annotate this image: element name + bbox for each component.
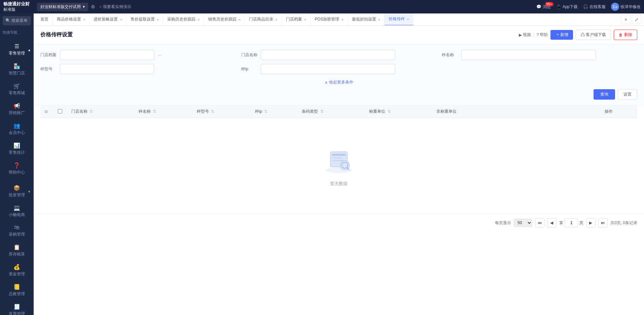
sidebar-item-label: 资金管理: [9, 271, 25, 277]
sidebar-item-label: 采购管理: [9, 232, 25, 237]
last-page-button[interactable]: ⏭: [598, 218, 608, 228]
sidebar-item-wholesale[interactable]: 📦 批发管理 ▼: [0, 181, 34, 201]
tab-min-discount[interactable]: 最低折扣设置 ×: [348, 13, 385, 26]
search-menu-label: 搜索菜单: [11, 18, 28, 23]
tab-pos-encrypt[interactable]: POS加密管理 ×: [311, 13, 348, 26]
tab-close-icon[interactable]: ×: [120, 18, 122, 22]
tab-sale-extract[interactable]: 售价提取设置 ×: [127, 13, 163, 26]
select-all-checkbox[interactable]: [58, 109, 62, 113]
store-file-dots[interactable]: ···: [158, 53, 162, 58]
message-icon: 💬: [536, 4, 541, 9]
empty-text: 暂无数据: [330, 181, 348, 187]
user-name: 徐泽华修改: [620, 4, 641, 10]
user-initials: Ea: [613, 5, 617, 9]
help-links: ▶ 视频 ? 帮助: [519, 32, 548, 38]
tab-close-icon[interactable]: ×: [157, 18, 159, 22]
sidebar-item-purchase[interactable]: 🛍 采购管理: [0, 221, 34, 241]
sort-icon: ⇅: [153, 109, 156, 114]
message-action[interactable]: 💬 消息 99+: [536, 4, 551, 10]
tab-purchase-history[interactable]: 采购历史价跟踪 ×: [163, 13, 204, 26]
main-content: 价格传秤设置 ▶ 视频 ? 帮助: [34, 26, 644, 315]
sidebar-item-retail-stats[interactable]: 📊 零售统计: [0, 139, 34, 159]
th-scale-model: 秤型号 ⇅: [193, 105, 251, 118]
search-menu-button[interactable]: 🔍 搜索菜单: [3, 16, 31, 25]
app-download-action[interactable]: 📱 App下载: [556, 4, 578, 10]
scale-name-filter: 秤名称: [442, 50, 637, 60]
store-file-input[interactable]: [60, 50, 154, 60]
sidebar-item-label: 发票管理: [9, 311, 25, 315]
sidebar-item-ecommerce[interactable]: 💻 小畅电商: [0, 201, 34, 221]
tab-label: 门店商品目录: [249, 16, 273, 22]
prev-page-button[interactable]: ◀: [547, 218, 557, 228]
setup-button[interactable]: 设置: [618, 89, 637, 100]
sidebar-item-finance[interactable]: 💰 资金管理: [0, 260, 34, 280]
tabs-bar: 首页 商品价格设置 × 进价策略设置 × 售价提取设置 × 采购历史价跟踪 ×: [34, 13, 644, 26]
page-number-input[interactable]: [565, 218, 578, 227]
sidebar-item-help[interactable]: ❓ 帮助中心: [0, 159, 34, 179]
delete-button[interactable]: 🗑 删除: [614, 30, 637, 40]
tab-price-settings[interactable]: 商品价格设置 ×: [53, 13, 90, 26]
help-link[interactable]: ? 帮助: [537, 32, 548, 38]
sidebar-item-member[interactable]: 👥 会员中心: [0, 119, 34, 139]
tab-close-icon[interactable]: ×: [83, 18, 85, 22]
tab-label: 最低折扣设置: [352, 16, 376, 22]
first-page-button[interactable]: ⏮: [535, 218, 544, 228]
collapse-button[interactable]: ∧ 收起更多条件: [321, 78, 357, 86]
query-button[interactable]: 查询: [594, 89, 615, 100]
demo-link[interactable]: ○ 我要看实例演示: [99, 4, 131, 10]
app-title: 畅捷通好业财: [3, 1, 34, 7]
download-button[interactable]: 凸 客户端下载: [576, 30, 611, 40]
tab-close-icon[interactable]: ×: [198, 18, 200, 22]
add-button[interactable]: + 新增: [550, 30, 573, 40]
scale-model-filter: 秤型号: [40, 64, 236, 74]
tab-close-icon[interactable]: ×: [304, 18, 306, 22]
video-label: 视频: [523, 32, 531, 38]
help-icon: ❓: [13, 162, 20, 169]
th-scale-name: 秤名称 ⇅: [135, 105, 193, 118]
svg-rect-4: [332, 160, 344, 161]
settings-icon[interactable]: ⚙: [91, 4, 95, 9]
tab-close-icon[interactable]: ×: [407, 17, 409, 21]
sidebar-item-marketing[interactable]: 📢 营销推广: [0, 99, 34, 119]
scale-ip-input[interactable]: [261, 64, 395, 74]
chevron-down-icon: ▼: [28, 189, 31, 193]
scale-name-input[interactable]: [461, 50, 596, 60]
sidebar-item-invoice[interactable]: 🧾 发票管理: [0, 300, 34, 315]
store-file-label: 门店档案: [40, 52, 57, 58]
user-menu[interactable]: Ea 徐泽华修改: [611, 3, 641, 11]
video-link[interactable]: ▶ 视频: [519, 32, 531, 38]
sidebar-search-area: 🔍 搜索菜单: [0, 13, 34, 28]
tab-home[interactable]: 首页: [36, 13, 53, 26]
online-service-action[interactable]: 🎧 在线客服: [583, 4, 606, 10]
sidebar-item-inventory[interactable]: 📋 库存核算: [0, 241, 34, 260]
svg-rect-2: [332, 154, 346, 156]
filter-area: 门店档案 ··· 门店名称 秤名称: [34, 44, 644, 105]
tab-restore-button[interactable]: ⤢: [632, 15, 641, 24]
tab-close-all-button[interactable]: ×: [621, 15, 631, 24]
tab-price-scale[interactable]: 价格传秤 ×: [385, 13, 413, 26]
sidebar-item-label: 帮助中心: [9, 170, 25, 175]
tab-purchase-strategy[interactable]: 进价策略设置 ×: [90, 13, 126, 26]
ledger-icon: 📒: [13, 284, 20, 290]
sidebar-item-smart-store[interactable]: 🏪 智慧门店: [0, 60, 34, 79]
tab-label: 采购历史价跟踪: [167, 16, 195, 22]
version-dropdown[interactable]: 好业财标准版交付试用 ▾: [37, 3, 88, 11]
tab-close-icon[interactable]: ×: [341, 18, 343, 22]
scale-model-input[interactable]: [60, 64, 154, 74]
sidebar-item-retail-mall[interactable]: 🛒 零售商城: [0, 79, 34, 99]
sidebar-item-retail[interactable]: ☰ 零售管理 ▲: [0, 40, 34, 60]
demo-label: 我要看实例演示: [103, 4, 131, 9]
dropdown-arrow-icon: ▾: [83, 4, 85, 9]
tab-close-icon[interactable]: ×: [378, 18, 380, 22]
store-name-input[interactable]: [261, 50, 395, 60]
next-page-button[interactable]: ▶: [586, 218, 596, 228]
tab-store-catalog[interactable]: 门店商品目录 ×: [245, 13, 282, 26]
tab-home-label: 首页: [40, 16, 48, 22]
tab-store-file[interactable]: 门店档案 ×: [282, 13, 311, 26]
per-page-select[interactable]: 50 10 20 100: [514, 219, 532, 227]
sidebar-item-ledger[interactable]: 📒 总账管理: [0, 280, 34, 300]
tab-close-icon[interactable]: ×: [239, 18, 241, 22]
tab-sales-history[interactable]: 销售历史价跟踪 ×: [204, 13, 245, 26]
table-settings-icon[interactable]: ⚙: [44, 109, 48, 114]
tab-close-icon[interactable]: ×: [275, 18, 277, 22]
